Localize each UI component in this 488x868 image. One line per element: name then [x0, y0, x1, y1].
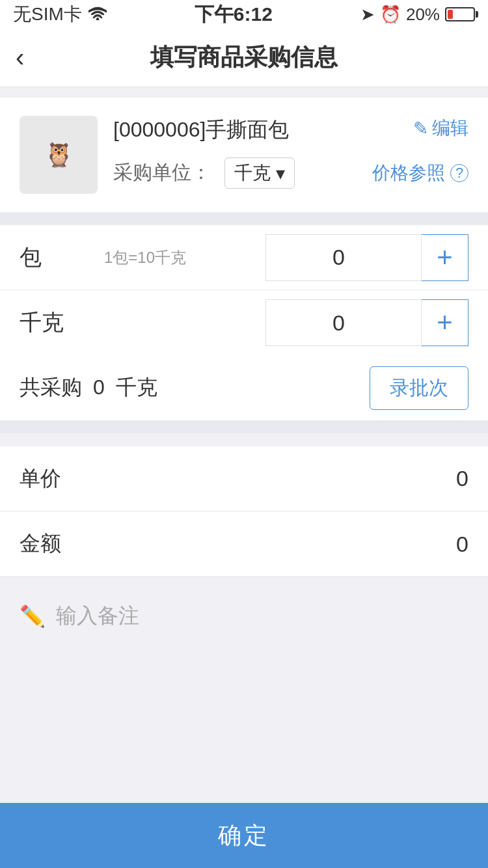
bag-input-control: +: [265, 234, 468, 281]
amount-value: 0: [456, 532, 468, 557]
confirm-button[interactable]: 确定: [0, 803, 488, 868]
bag-sub-label: 1包=10千克: [104, 247, 265, 268]
product-info: [0000006]手撕面包 ✎ 编辑 采购单位： 千克 ▾ 价格参照 ?: [113, 116, 468, 189]
unit-selector-group: 采购单位： 千克 ▾: [113, 157, 295, 189]
status-left: 无SIM卡: [13, 2, 107, 27]
amount-row: 金额 0: [0, 511, 488, 576]
unit-label: 采购单位：: [113, 161, 211, 183]
kg-label: 千克: [20, 308, 98, 338]
chevron-down-icon: ▾: [276, 163, 285, 184]
amount-label: 金额: [20, 530, 61, 558]
unit-price-row: 单价 0: [0, 446, 488, 511]
product-card: 🦉 [0000006]手撕面包 ✎ 编辑 采购单位： 千克 ▾ 价格参照 ?: [0, 98, 488, 212]
batch-record-button[interactable]: 录批次: [370, 366, 468, 410]
section-divider-2: [0, 420, 488, 433]
alarm-icon: ⏰: [380, 5, 401, 25]
unit-price-label: 单价: [20, 465, 61, 493]
notes-placeholder: 输入备注: [56, 602, 139, 631]
unit-price-value: 0: [456, 466, 468, 491]
page-title: 填写商品采购信息: [150, 42, 338, 74]
bag-plus-button[interactable]: +: [422, 234, 468, 281]
product-header: [0000006]手撕面包 ✎ 编辑: [113, 116, 468, 144]
status-time: 下午6:12: [195, 1, 273, 28]
kg-plus-button[interactable]: +: [422, 299, 468, 346]
carrier-label: 无SIM卡: [13, 2, 82, 27]
summary-row: 共采购 0 千克 录批次: [0, 355, 488, 420]
edit-icon: ✎: [413, 118, 428, 139]
product-image: 🦉: [20, 116, 98, 194]
bag-input-row: 包 1包=10千克 +: [0, 225, 488, 290]
price-reference-button[interactable]: 价格参照 ?: [372, 161, 468, 185]
status-right: ➤ ⏰ 20%: [360, 5, 475, 25]
nav-bar: ‹ 填写商品采购信息: [0, 29, 488, 87]
notes-section[interactable]: ✏️ 输入备注: [0, 576, 488, 655]
bag-label: 包: [20, 243, 98, 273]
info-icon: ?: [450, 164, 468, 182]
product-logo: 🦉: [44, 141, 74, 169]
kg-number-input[interactable]: [265, 299, 422, 346]
kg-input-row: 千克 +: [0, 290, 488, 355]
input-section: 包 1包=10千克 + 千克 +: [0, 225, 488, 355]
back-button[interactable]: ‹: [16, 43, 24, 72]
price-section: 单价 0 金额 0: [0, 446, 488, 576]
summary-text: 共采购 0 千克: [20, 373, 157, 402]
product-unit-row: 采购单位： 千克 ▾ 价格参照 ?: [113, 157, 468, 189]
section-divider-1: [0, 212, 488, 225]
wifi-icon: [88, 4, 107, 25]
unit-select[interactable]: 千克 ▾: [224, 157, 295, 189]
pencil-icon: ✏️: [20, 604, 46, 629]
product-name: [0000006]手撕面包: [113, 116, 289, 144]
kg-input-control: +: [265, 299, 468, 346]
battery-icon: [445, 7, 475, 21]
edit-button[interactable]: ✎ 编辑: [413, 116, 468, 141]
status-bar: 无SIM卡 下午6:12 ➤ ⏰ 20%: [0, 0, 488, 29]
location-icon: ➤: [360, 5, 375, 25]
battery-percent: 20%: [406, 5, 440, 25]
bag-number-input[interactable]: [265, 234, 422, 281]
summary-quantity: 0: [93, 375, 105, 399]
